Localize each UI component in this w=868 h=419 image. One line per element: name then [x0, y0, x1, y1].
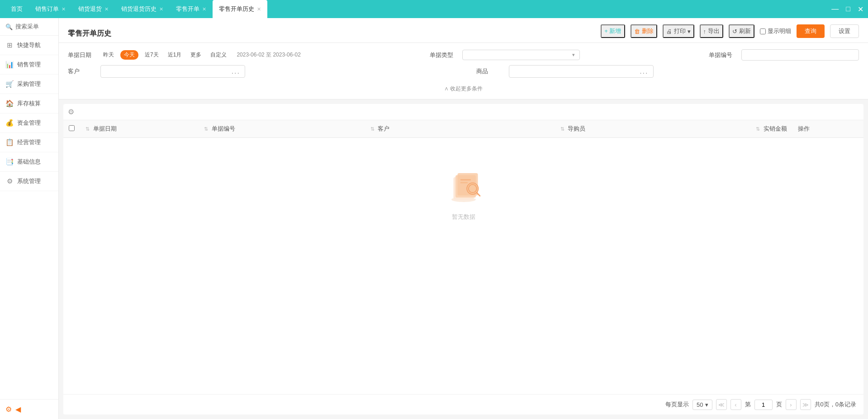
svg-rect-8 — [460, 182, 467, 184]
collapse-label: ∧ 收起更多条件 — [444, 85, 483, 93]
tab-retail-open-close[interactable]: ✕ — [202, 6, 206, 12]
sidebar-item-purchase-label: 采购管理 — [17, 80, 41, 88]
refresh-label: 刷新 — [739, 27, 751, 35]
tab-sales-return-history-close[interactable]: ✕ — [159, 6, 163, 12]
th-amount-label: 实销金额 — [764, 125, 787, 132]
tab-sales-order[interactable]: 销售订单 ✕ — [29, 0, 72, 18]
total-text: 共0页，0条记录 — [815, 400, 856, 409]
export-button[interactable]: ↑ 导出 — [700, 24, 724, 38]
window-controls: — □ ✕ — [831, 5, 863, 14]
prev-page-btn[interactable]: ‹ — [730, 399, 741, 410]
minimize-icon[interactable]: — — [831, 5, 839, 13]
sidebar-item-system[interactable]: ⚙ 系统管理 — [0, 172, 58, 191]
page-header: 零售开单历史 + 新增 🗑 删除 🖨 打印 ▾ ↑ 导出 ↺ 刷新 — [59, 18, 868, 43]
th-amount[interactable]: ⇅ 实销金额 — [674, 120, 792, 138]
tab-sales-return-close[interactable]: ✕ — [104, 6, 109, 12]
show-detail-toggle[interactable]: 显示明细 — [760, 27, 791, 35]
sidebar-search-label: 搜索采单 — [15, 23, 39, 31]
sidebar-item-system-label: 系统管理 — [17, 177, 41, 185]
sidebar-gear-icon[interactable]: ⚙ — [5, 405, 12, 414]
date-btn-1month[interactable]: 近1月 — [165, 50, 185, 60]
collapse-conditions[interactable]: ∧ 收起更多条件 — [68, 82, 859, 93]
setting-button[interactable]: 设置 — [830, 24, 859, 38]
table-settings-icon[interactable]: ⚙ — [68, 108, 74, 116]
date-btn-today[interactable]: 今天 — [120, 50, 138, 60]
sort-guide-icon: ⇅ — [560, 126, 564, 132]
sidebar-item-finance[interactable]: 💰 资金管理 — [0, 113, 58, 133]
date-range-text: 2023-06-02 至 2023-06-02 — [237, 51, 300, 59]
tab-home[interactable]: 首页 — [5, 0, 29, 18]
sidebar-item-sales[interactable]: 📊 销售管理 — [0, 55, 58, 75]
sidebar-item-quicknav-label: 快捷导航 — [17, 41, 41, 49]
tab-sales-order-close[interactable]: ✕ — [62, 6, 66, 12]
th-number[interactable]: ⇅ 单据编号 — [199, 120, 365, 138]
export-label: 导出 — [708, 27, 720, 35]
th-client-label: 客户 — [378, 125, 389, 132]
page-size-select[interactable]: 50 ▾ — [693, 400, 712, 410]
delete-button[interactable]: 🗑 删除 — [631, 24, 657, 38]
customer-label: 客户 — [68, 67, 93, 75]
th-checkbox — [63, 120, 80, 138]
date-btn-more[interactable]: 更多 — [188, 50, 204, 60]
show-detail-checkbox[interactable] — [760, 28, 766, 34]
query-button[interactable]: 查询 — [797, 24, 825, 38]
maximize-icon[interactable]: □ — [846, 5, 850, 13]
th-action: 操作 — [792, 120, 863, 138]
select-all-checkbox[interactable] — [69, 125, 75, 131]
prev-page-icon: ‹ — [735, 401, 736, 408]
sidebar-search[interactable]: 🔍 搜索采单 — [0, 18, 58, 36]
sidebar-item-basic[interactable]: 📑 基础信息 — [0, 152, 58, 172]
add-button[interactable]: + 新增 — [601, 24, 625, 38]
top-tabbar: 首页 销售订单 ✕ 销货退货 ✕ 销货退货历史 ✕ 零售开单 ✕ 零售开单历史 … — [0, 0, 868, 18]
tab-sales-return-label: 销货退货 — [78, 5, 102, 13]
inventory-icon: 🏠 — [5, 99, 14, 108]
tab-sales-return-history-label: 销货退货历史 — [121, 5, 157, 13]
print-button[interactable]: 🖨 打印 ▾ — [663, 24, 694, 38]
sidebar-item-operations[interactable]: 📋 经营管理 — [0, 133, 58, 152]
tab-sales-return-history[interactable]: 销货退货历史 ✕ — [115, 0, 170, 18]
th-date[interactable]: ⇅ 单据日期 — [80, 120, 199, 138]
sidebar-item-purchase[interactable]: 🛒 采购管理 — [0, 75, 58, 94]
sidebar-item-inventory[interactable]: 🏠 库存核算 — [0, 94, 58, 113]
table-toolbar: ⚙ — [63, 104, 863, 120]
next-page-icon: › — [790, 401, 792, 408]
tab-retail-open[interactable]: 零售开单 ✕ — [170, 0, 213, 18]
bill-type-label: 单据类型 — [430, 51, 455, 59]
sidebar-item-quicknav[interactable]: ⊞ 快捷导航 — [0, 36, 58, 55]
pagination-bar: 每页显示 50 ▾ ≪ ‹ 第 页 › ≫ — [63, 394, 863, 414]
sidebar-collapse-icon[interactable]: ◀ — [15, 405, 21, 414]
th-guide-label: 导购员 — [568, 125, 585, 132]
th-guide[interactable]: ⇅ 导购员 — [555, 120, 674, 138]
tab-retail-history-label: 零售开单历史 — [219, 5, 254, 13]
page-input[interactable] — [754, 400, 773, 410]
date-btn-7days[interactable]: 近7天 — [142, 50, 161, 60]
sort-client-icon: ⇅ — [370, 126, 375, 132]
th-client[interactable]: ⇅ 客户 — [365, 120, 555, 138]
next-page-btn[interactable]: › — [786, 399, 797, 410]
date-btn-custom[interactable]: 自定义 — [208, 50, 229, 60]
customer-input[interactable]: ... — [100, 65, 245, 78]
customer-ellipsis: ... — [232, 67, 240, 75]
tab-retail-history[interactable]: 零售开单历史 ✕ — [213, 0, 267, 18]
show-detail-text: 显示明细 — [768, 27, 791, 35]
date-btn-yesterday[interactable]: 昨天 — [100, 50, 117, 60]
system-icon: ⚙ — [5, 177, 14, 185]
toolbar: + 新增 🗑 删除 🖨 打印 ▾ ↑ 导出 ↺ 刷新 显示明细 — [601, 24, 859, 42]
page-size-value: 50 — [697, 401, 703, 408]
bill-num-input[interactable] — [741, 49, 859, 61]
last-page-btn[interactable]: ≫ — [800, 399, 811, 410]
tab-retail-history-close[interactable]: ✕ — [257, 6, 261, 12]
empty-illustration — [443, 165, 484, 206]
bill-type-select[interactable]: ▾ — [462, 50, 580, 60]
close-icon[interactable]: ✕ — [858, 5, 863, 14]
goods-input[interactable]: ... — [509, 65, 654, 78]
refresh-icon: ↺ — [732, 28, 737, 35]
first-page-btn[interactable]: ≪ — [716, 399, 727, 410]
finance-icon: 💰 — [5, 119, 14, 127]
tab-sales-return[interactable]: 销货退货 ✕ — [72, 0, 115, 18]
filter-row-customer: 客户 ... 商品 ... — [68, 65, 859, 78]
tab-home-label: 首页 — [11, 5, 23, 13]
bill-num-label: 单据编号 — [709, 51, 734, 59]
refresh-button[interactable]: ↺ 刷新 — [729, 24, 754, 38]
table-wrapper: ⇅ 单据日期 ⇅ 单据编号 ⇅ 客户 — [63, 120, 863, 394]
